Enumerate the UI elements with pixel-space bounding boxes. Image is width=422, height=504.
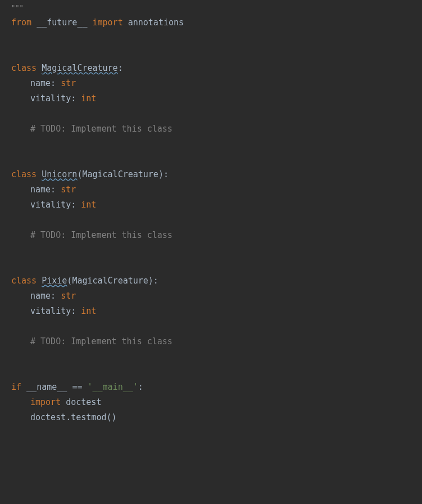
- code-line: name: str: [11, 289, 411, 304]
- equals: ==: [72, 382, 87, 392]
- type-annotation: str: [61, 184, 76, 195]
- type-annotation: str: [61, 291, 76, 301]
- code-line: vitality: int: [11, 197, 411, 213]
- class-name: Unicorn: [42, 169, 77, 179]
- empty-line: [11, 349, 411, 364]
- keyword-if: if: [11, 382, 21, 392]
- attribute-name: vitality:: [30, 306, 81, 316]
- keyword-from: from: [11, 17, 31, 28]
- type-annotation: int: [81, 93, 96, 104]
- keyword-class: class: [11, 276, 37, 286]
- empty-line: [11, 46, 411, 61]
- code-line: # TODO: Implement this class: [11, 334, 411, 349]
- function-call: doctest.testmod(): [30, 412, 117, 422]
- import-name: annotations: [128, 17, 184, 28]
- code-line: doctest.testmod(): [11, 410, 411, 425]
- code-line: class MagicalCreature:: [11, 61, 411, 76]
- paren-close: ):: [148, 276, 158, 286]
- empty-line: [11, 364, 411, 380]
- attribute-name: name:: [30, 78, 61, 88]
- type-annotation: int: [81, 306, 96, 316]
- code-editor-pane[interactable]: """ from __future__ import annotations c…: [11, 0, 411, 425]
- code-line: class Unicorn(MagicalCreature):: [11, 167, 411, 182]
- type-annotation: str: [61, 78, 76, 88]
- code-line: class Pixie(MagicalCreature):: [11, 273, 411, 289]
- code-line: vitality: int: [11, 304, 411, 319]
- todo-comment: # TODO: Implement this class: [30, 336, 173, 346]
- dunder-name: __name__: [21, 382, 72, 392]
- docstring-close: """: [11, 4, 24, 12]
- class-name: MagicalCreature: [42, 63, 117, 73]
- empty-line: [11, 152, 411, 167]
- code-line: name: str: [11, 76, 411, 91]
- colon: :: [138, 382, 143, 392]
- keyword-class: class: [11, 63, 37, 73]
- code-line: if __name__ == '__main__':: [11, 380, 411, 395]
- keyword-import: import: [93, 17, 123, 28]
- code-line: """: [11, 0, 411, 15]
- attribute-name: name:: [30, 184, 61, 195]
- keyword-import: import: [30, 397, 61, 407]
- code-line: # TODO: Implement this class: [11, 228, 411, 243]
- todo-comment: # TODO: Implement this class: [30, 230, 173, 240]
- todo-comment: # TODO: Implement this class: [30, 124, 173, 134]
- empty-line: [11, 213, 411, 228]
- class-name: Pixie: [42, 276, 67, 286]
- code-line: vitality: int: [11, 91, 411, 106]
- base-class: MagicalCreature: [72, 276, 148, 286]
- attribute-name: vitality:: [30, 200, 81, 210]
- code-line: from __future__ import annotations: [11, 15, 411, 30]
- type-annotation: int: [81, 200, 96, 210]
- empty-line: [11, 258, 411, 273]
- empty-line: [11, 106, 411, 122]
- code-line: # TODO: Implement this class: [11, 122, 411, 137]
- colon: :: [118, 63, 123, 73]
- module-name: __future__: [37, 17, 87, 28]
- attribute-name: vitality:: [30, 93, 81, 104]
- base-class: MagicalCreature: [82, 169, 158, 179]
- keyword-class: class: [11, 169, 37, 179]
- empty-line: [11, 30, 411, 46]
- code-line: name: str: [11, 182, 411, 197]
- attribute-name: name:: [30, 291, 61, 301]
- string-literal: '__main__': [87, 382, 138, 392]
- paren-close: ):: [158, 169, 169, 179]
- empty-line: [11, 243, 411, 258]
- empty-line: [11, 319, 411, 334]
- empty-line: [11, 137, 411, 152]
- module-name: doctest: [61, 397, 101, 407]
- code-line: import doctest: [11, 395, 411, 410]
